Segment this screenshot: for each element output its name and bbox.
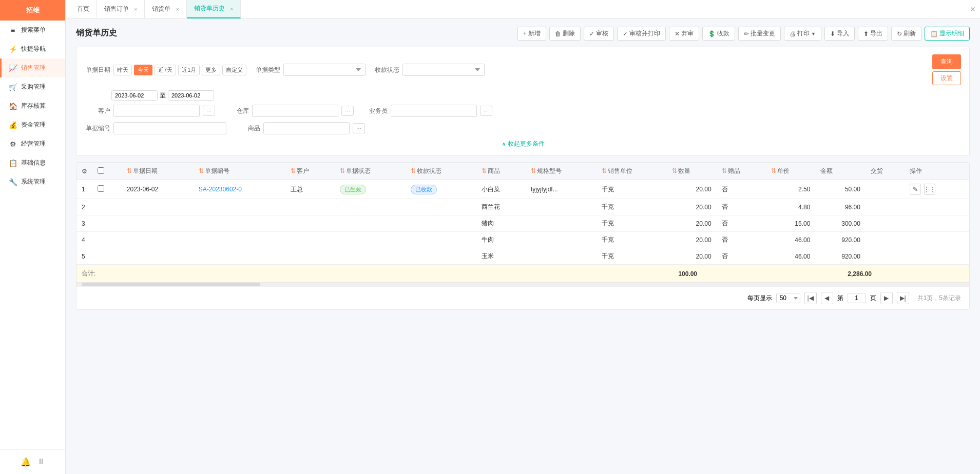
ops-cell	[905, 248, 969, 265]
payment-status-col-header[interactable]: ⇅收款状态	[406, 163, 476, 180]
page-next-button[interactable]: ▶	[880, 292, 893, 304]
date-btn-custom[interactable]: 自定义	[222, 65, 246, 75]
sidebar-item-ops-mgmt[interactable]: ⚙ 经营管理	[0, 134, 65, 153]
new-button[interactable]: + 新增	[517, 27, 546, 41]
edit-button[interactable]: ✎	[910, 184, 921, 195]
customer-input[interactable]	[113, 105, 200, 117]
query-button[interactable]: 查询	[932, 54, 961, 69]
tab-sales-delivery[interactable]: 销货单 ×	[145, 0, 186, 18]
tab-sales-delivery-history-close[interactable]: ×	[230, 6, 233, 12]
sidebar-item-label: 资金管理	[21, 121, 46, 129]
customer-ellipsis[interactable]: ···	[203, 106, 215, 116]
export-button[interactable]: ⬆ 导出	[858, 27, 888, 41]
date-btn-more[interactable]: 更多	[202, 65, 220, 75]
sidebar-item-search-menu[interactable]: ≡ 搜索菜单	[0, 21, 65, 40]
check-cell[interactable]	[92, 199, 122, 215]
check-col-header[interactable]	[92, 163, 122, 180]
audit-button[interactable]: ✓ 审核	[584, 27, 614, 41]
doc-no-link[interactable]: SA-20230602-0	[199, 186, 242, 193]
pause-icon[interactable]: ⏸	[37, 457, 45, 467]
customer-col-header[interactable]: ⇅客户	[285, 163, 335, 180]
check-cell[interactable]	[92, 215, 122, 232]
sidebar-item-purchase-mgmt[interactable]: 🛒 采购管理	[0, 77, 65, 96]
goods-input[interactable]	[263, 122, 350, 134]
date-btn-yesterday[interactable]: 昨天	[113, 65, 132, 75]
notification-icon[interactable]: 🔔	[21, 457, 31, 467]
tab-sales-order[interactable]: 销售订单 ×	[97, 0, 145, 18]
sales-rep-ellipsis[interactable]: ···	[480, 106, 492, 116]
sales-rep-input[interactable]	[391, 105, 477, 117]
doc-no-input[interactable]	[113, 122, 226, 134]
audit-print-button[interactable]: ✓ 审核并打印	[617, 27, 666, 41]
page-size-label: 每页显示	[747, 294, 772, 303]
tab-sales-delivery-close[interactable]: ×	[176, 6, 179, 12]
gift-col-header[interactable]: ⇅赠品	[717, 163, 766, 180]
unit-col-header[interactable]: ⇅销售单位	[597, 163, 667, 180]
sidebar-item-label: 销售管理	[21, 64, 46, 72]
date-from-input[interactable]	[111, 90, 158, 101]
doc-no-cell[interactable]	[194, 232, 285, 248]
sidebar-item-basic-info[interactable]: 📋 基础信息	[0, 153, 65, 172]
check-cell[interactable]	[92, 180, 122, 199]
payment-status-select[interactable]	[402, 64, 485, 76]
sys-mgmt-icon: 🔧	[9, 178, 17, 186]
show-detail-button[interactable]: 📋 显示明细	[925, 27, 970, 41]
page-size-select[interactable]: 50 10 20 100	[776, 293, 800, 303]
doc-no-cell[interactable]	[194, 248, 285, 265]
tab-sales-order-close[interactable]: ×	[134, 6, 137, 12]
collapse-button[interactable]: ∧ 收起更多条件	[85, 140, 961, 148]
delete-button[interactable]: 🗑 删除	[549, 27, 581, 41]
spec-cell	[526, 232, 597, 248]
filter-area: 单据日期 昨天 今天 近7天 近1月 更多 自定义 单据类型	[76, 47, 970, 156]
date-btn-7days[interactable]: 近7天	[155, 65, 176, 75]
page-number-input[interactable]	[848, 293, 866, 303]
customer-cell	[285, 199, 335, 215]
goods-cell: 猪肉	[476, 215, 526, 232]
goods-col-header[interactable]: ⇅商品	[476, 163, 526, 180]
batch-change-button[interactable]: ✏ 批量变更	[738, 27, 781, 41]
qty-col-header[interactable]: ⇅数量	[667, 163, 716, 180]
doc-no-cell[interactable]	[194, 199, 285, 215]
audit-label: 审核	[596, 29, 608, 38]
check-cell[interactable]	[92, 232, 122, 248]
warehouse-ellipsis[interactable]: ···	[341, 106, 354, 116]
spec-col-header[interactable]: ⇅规格型号	[526, 163, 597, 180]
row-checkbox[interactable]	[98, 185, 104, 192]
goods-ellipsis[interactable]: ···	[353, 123, 365, 133]
check-cell[interactable]	[92, 248, 122, 265]
page-prev-button[interactable]: ◀	[821, 292, 833, 304]
warehouse-input[interactable]	[252, 105, 338, 117]
doc-no-col-header[interactable]: ⇅单据编号	[194, 163, 285, 180]
scrollbar-thumb[interactable]	[82, 283, 260, 286]
tab-bar-close[interactable]: ✕	[970, 5, 976, 13]
sidebar-item-fund-mgmt[interactable]: 💰 资金管理	[0, 115, 65, 134]
settings-col-header[interactable]: ⚙	[76, 163, 92, 180]
import-button[interactable]: ⬇ 导入	[824, 27, 855, 41]
print-button[interactable]: 🖨 打印 ▼	[784, 27, 821, 41]
doc-no-cell[interactable]	[194, 215, 285, 232]
tab-home[interactable]: 首页	[70, 0, 97, 18]
sidebar-item-inventory-calc[interactable]: 🏠 库存核算	[0, 96, 65, 115]
tab-sales-delivery-history[interactable]: 销货单历史 ×	[187, 0, 241, 18]
doc-type-select[interactable]	[283, 64, 366, 76]
sidebar-item-quick-nav[interactable]: ⚡ 快捷导航	[0, 40, 65, 58]
select-all-checkbox[interactable]	[98, 167, 104, 174]
doc-no-cell[interactable]: SA-20230602-0	[194, 180, 285, 199]
doc-status-col-header[interactable]: ⇅单据状态	[335, 163, 406, 180]
collect-button[interactable]: 💲 收款	[702, 27, 735, 41]
goods-cell: 西兰花	[476, 199, 526, 215]
page-first-button[interactable]: |◀	[804, 292, 817, 304]
set-button[interactable]: 设置	[932, 71, 961, 85]
date-btn-1month[interactable]: 近1月	[178, 65, 200, 75]
abandon-button[interactable]: ✕ 弃审	[669, 27, 699, 41]
date-to-input[interactable]	[168, 90, 214, 101]
more-ops-button[interactable]: ⋮⋮	[924, 184, 935, 195]
sidebar-item-sys-mgmt[interactable]: 🔧 系统管理	[0, 172, 65, 191]
sidebar-item-sales-mgmt[interactable]: 📈 销售管理	[0, 58, 65, 77]
doc-date-col-header[interactable]: ⇅单据日期	[122, 163, 194, 180]
sidebar-item-label: 经营管理	[21, 140, 46, 148]
date-btn-today[interactable]: 今天	[134, 65, 152, 75]
page-last-button[interactable]: ▶|	[897, 292, 909, 304]
refresh-button[interactable]: ↻ 刷新	[891, 27, 921, 41]
unit-price-col-header[interactable]: ⇅单价	[766, 163, 815, 180]
